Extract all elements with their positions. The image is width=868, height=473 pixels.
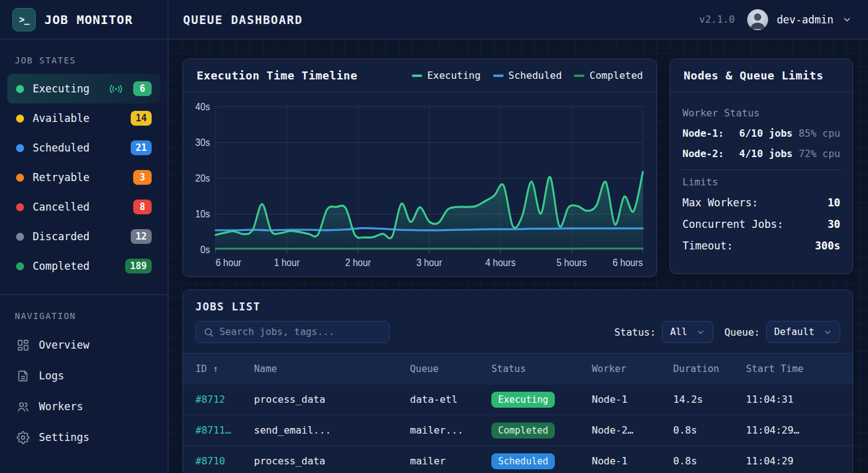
navigation-list: OverviewLogsWorkersSettings [0, 329, 168, 453]
svg-text:6 hour: 6 hour [216, 257, 242, 268]
topbar: >_ JOB MONITOR QUEUE DASHBOARD v2.1.0 de… [0, 0, 868, 39]
sidebar-item-completed[interactable]: Completed189 [7, 251, 160, 281]
worker-status-heading: Worker Status [682, 107, 840, 119]
nav-label: Logs [39, 370, 64, 382]
sidebar-item-available[interactable]: Available14 [7, 103, 160, 133]
nav-label: Settings [39, 431, 89, 443]
column-header-status[interactable]: Status [491, 363, 592, 374]
status-filter-group: Status:All [614, 321, 713, 343]
status-filter-select[interactable]: All [662, 321, 713, 343]
svg-text:4 hours: 4 hours [485, 257, 515, 268]
search-input[interactable] [219, 326, 382, 338]
legend-item-completed[interactable]: Completed [574, 70, 643, 81]
job-name: process_data [254, 394, 410, 405]
status-badge: Completed [491, 422, 555, 439]
status-filter-value: All [670, 326, 687, 338]
table-row[interactable]: #8712process_datadata-etlExecutingNode-1… [183, 384, 853, 414]
nav-label: Overview [39, 339, 89, 351]
jobs-list-title: JOBS LIST [183, 290, 853, 314]
sidebar-item-overview[interactable]: Overview [0, 329, 168, 360]
legend-dash [493, 75, 504, 77]
column-header-worker[interactable]: Worker [592, 363, 673, 374]
table-row[interactable]: #8711…send_email...mailer...CompletedNod… [183, 414, 853, 445]
chart-legend: ExecutingScheduledCompleted [412, 70, 643, 81]
limit-label: Concurrent Jobs: [682, 218, 784, 230]
app-brand: >_ JOB MONITOR [0, 0, 168, 39]
state-count-badge: 14 [131, 111, 152, 126]
chart-title: Execution Time Timeline [197, 69, 358, 82]
column-header-id[interactable]: ID ↑ [183, 363, 254, 374]
worker-row: Node-2:4/10 jobs72% cpu [682, 148, 840, 160]
sidebar-item-scheduled[interactable]: Scheduled21 [7, 133, 160, 163]
terminal-icon: >_ [12, 8, 36, 31]
queue-filter-select[interactable]: Default [766, 321, 840, 343]
job-queue: mailer... [410, 424, 491, 436]
job-duration: 0.8s [673, 424, 746, 436]
state-label: Scheduled [33, 142, 122, 154]
queue-filter-value: Default [774, 326, 814, 338]
job-id-link[interactable]: #8712 [183, 394, 254, 405]
avatar[interactable] [747, 9, 768, 30]
users-icon [17, 400, 30, 413]
sidebar-item-executing[interactable]: Executing6 [7, 74, 160, 103]
table-row[interactable]: #8710process_datamailerScheduledNode-10.… [183, 445, 853, 473]
limits-heading: Limits [682, 176, 840, 188]
search-icon [203, 327, 214, 338]
column-header-name[interactable]: Name [254, 363, 410, 374]
state-label: Discarded [33, 230, 122, 243]
column-header-queue[interactable]: Queue [410, 363, 491, 374]
queue-filter-label: Queue: [724, 326, 760, 338]
timeline-chart: 0s10s20s30s40s6 hour1 hour2 hour3 hour4 … [183, 92, 657, 277]
limit-row: Timeout:300s [682, 240, 840, 252]
legend-item-executing[interactable]: Executing [412, 70, 481, 81]
dashboard-icon [17, 339, 30, 352]
svg-text:3 hour: 3 hour [416, 257, 442, 268]
worker-jobs: 4/10 jobs [739, 148, 793, 160]
user-menu[interactable]: dev-admin [777, 14, 833, 26]
sidebar-divider [0, 294, 168, 295]
state-dot [16, 85, 24, 93]
sidebar-item-workers[interactable]: Workers [0, 391, 168, 422]
worker-name: Node-1: [682, 127, 739, 139]
svg-text:0s: 0s [200, 245, 210, 256]
state-dot [16, 203, 24, 211]
job-id-link[interactable]: #8710 [183, 455, 254, 467]
state-count-badge: 6 [133, 81, 152, 96]
page-title: QUEUE DASHBOARD [168, 13, 699, 26]
state-dot [16, 233, 24, 241]
sidebar-item-logs[interactable]: Logs [0, 360, 168, 391]
legend-item-scheduled[interactable]: Scheduled [493, 70, 562, 81]
worker-cpu: 72% cpu [799, 148, 840, 160]
legend-label: Scheduled [509, 70, 562, 81]
sidebar-item-discarded[interactable]: Discarded12 [7, 222, 160, 251]
jobs-list-card: JOBS LIST Status:AllQueue:Default ID ↑Na… [182, 289, 853, 473]
chevron-down-icon[interactable] [842, 15, 852, 25]
state-dot [16, 174, 24, 182]
limit-value: 30 [828, 218, 840, 230]
job-id-link[interactable]: #8711… [183, 424, 254, 436]
status-badge: Executing [491, 392, 555, 408]
state-dot [16, 144, 24, 152]
sidebar-item-cancelled[interactable]: Cancelled8 [7, 192, 160, 222]
state-label: Executing [33, 83, 100, 95]
column-header-starttime[interactable]: Start Time [746, 363, 853, 374]
live-signal-icon [108, 84, 123, 94]
person-silhouette-icon [747, 9, 768, 30]
job-start-time: 11:04:29… [746, 424, 853, 436]
execution-time-card: Execution Time Timeline ExecutingSchedul… [182, 59, 657, 277]
limit-row: Max Workers:10 [682, 196, 840, 209]
limit-label: Max Workers: [682, 196, 758, 209]
svg-text:1 hour: 1 hour [274, 257, 300, 268]
column-header-duration[interactable]: Duration [673, 363, 746, 374]
search-box [195, 321, 390, 343]
sidebar-item-settings[interactable]: Settings [0, 422, 168, 453]
sidebar: JOB STATES Executing6Available14Schedule… [0, 39, 168, 473]
status-filter-label: Status: [614, 326, 655, 338]
nodes-limits-card: Nodes & Queue Limits Worker Status Node-… [669, 59, 853, 274]
limit-value: 10 [828, 196, 840, 209]
sidebar-item-retryable[interactable]: Retryable3 [7, 163, 160, 192]
job-name: send_email... [254, 424, 410, 436]
job-worker: Node-1 [592, 455, 673, 467]
main-content: Execution Time Timeline ExecutingSchedul… [168, 39, 868, 473]
chevron-down-icon [696, 328, 705, 337]
